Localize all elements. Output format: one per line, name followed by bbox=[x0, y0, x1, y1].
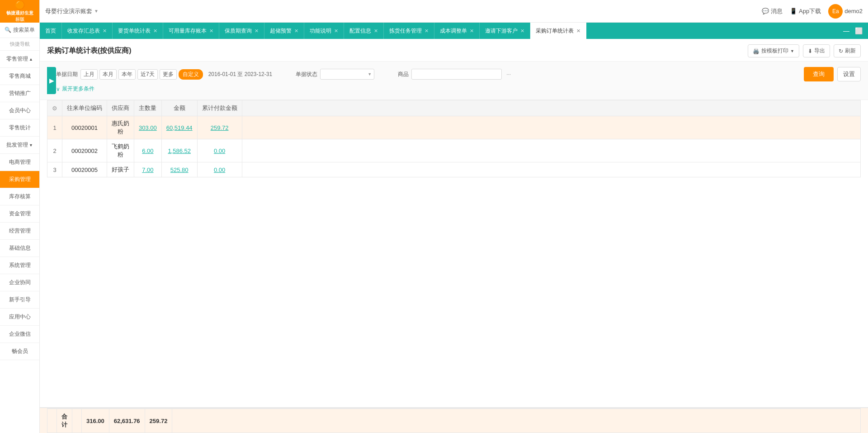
row-1-code: 00020001 bbox=[62, 116, 107, 139]
sidebar-item-retail-mall[interactable]: 零售商城 bbox=[0, 68, 39, 85]
filter-goods-item: 商品 ··· bbox=[398, 69, 513, 80]
message-btn[interactable]: 💬 消息 bbox=[762, 7, 783, 15]
filter-goods-label: 商品 bbox=[398, 71, 409, 78]
tab-receive-send-label: 收发存汇总表 bbox=[67, 27, 100, 35]
filter-status-select[interactable] bbox=[320, 69, 374, 80]
tab-config-info-close[interactable]: ✕ bbox=[374, 28, 378, 34]
sidebar-nav-title[interactable]: 快捷导航 bbox=[0, 38, 39, 51]
date-quick-this-year[interactable]: 本年 bbox=[118, 69, 136, 80]
tab-available-stock-close[interactable]: ✕ bbox=[209, 28, 213, 34]
col-extra bbox=[242, 100, 860, 116]
settings-button[interactable]: 设置 bbox=[837, 67, 861, 81]
sidebar-item-wholesale-mgmt[interactable]: 批发管理 ▼ bbox=[0, 137, 39, 154]
sidebar-item-vip-member-label: 畅会员 bbox=[12, 348, 28, 354]
workspace-selector[interactable]: 母婴行业演示账套 ▼ bbox=[45, 7, 99, 15]
tab-overstock-alert[interactable]: 超储预警 ✕ bbox=[264, 23, 304, 39]
sidebar-item-finance[interactable]: 资金管理 bbox=[0, 205, 39, 223]
sidebar-item-ecom-mgmt[interactable]: 电商管理 bbox=[0, 154, 39, 171]
row-2-qty-link[interactable]: 6.00 bbox=[142, 148, 153, 154]
sidebar-item-inventory[interactable]: 库存核算 bbox=[0, 188, 39, 205]
sidebar-item-retail-stats[interactable]: 零售统计 bbox=[0, 119, 39, 137]
sidebar-item-member-center-label: 会员中心 bbox=[9, 107, 31, 114]
row-3-qty-link[interactable]: 7.00 bbox=[142, 167, 153, 173]
refresh-button[interactable]: ↻ 刷新 bbox=[834, 44, 861, 57]
tab-purchase-stats-close[interactable]: ✕ bbox=[576, 28, 580, 34]
date-quick-more[interactable]: 更多 bbox=[160, 69, 177, 80]
sidebar-item-enterprise-wechat[interactable]: 企业微信 bbox=[0, 326, 39, 343]
row-2-amount-link[interactable]: 1,586.52 bbox=[168, 148, 191, 154]
user-menu[interactable]: Ea demo2 bbox=[828, 4, 863, 19]
sidebar-item-new-guide-label: 新手引导 bbox=[9, 296, 31, 303]
tab-purchase-stats[interactable]: 采购订单统计表 ✕ bbox=[530, 23, 586, 39]
top-bar-left: 母婴行业演示账套 ▼ bbox=[45, 7, 99, 15]
row-2-paid-link[interactable]: 0.00 bbox=[214, 148, 225, 154]
tab-invite-downstream[interactable]: 邀请下游客户 ✕ bbox=[480, 23, 530, 39]
row-1-qty-link[interactable]: 303.00 bbox=[139, 124, 157, 131]
logo-sub: 标版 bbox=[15, 16, 24, 23]
tab-available-stock[interactable]: 可用量库存账本 ✕ bbox=[163, 23, 219, 39]
sidebar-item-retail-stats-label: 零售统计 bbox=[9, 124, 31, 131]
tab-warranty-query-close[interactable]: ✕ bbox=[255, 28, 259, 34]
sidebar-item-purchase-mgmt[interactable]: 采购管理 bbox=[0, 171, 39, 188]
col-qty: 主数量 bbox=[134, 100, 162, 116]
sidebar-item-basic-info[interactable]: 基础信息 bbox=[0, 240, 39, 257]
sidebar-item-new-guide[interactable]: 新手引导 bbox=[0, 291, 39, 309]
row-3-paid-link[interactable]: 0.00 bbox=[214, 167, 225, 173]
summary-table: 合计 316.00 62,631.76 259.72 bbox=[47, 408, 861, 433]
tab-invite-downstream-close[interactable]: ✕ bbox=[520, 28, 524, 34]
tab-cost-adjust-close[interactable]: ✕ bbox=[470, 28, 474, 34]
filter-expand-label: 展开更多条件 bbox=[62, 85, 94, 93]
tab-function-desc[interactable]: 功能说明 ✕ bbox=[304, 23, 344, 39]
sidebar-item-marketing[interactable]: 营销推广 bbox=[0, 85, 39, 102]
tab-picking-task-close[interactable]: ✕ bbox=[425, 28, 429, 34]
row-3-amount: 525.80 bbox=[161, 162, 197, 177]
tab-purchase-stats-label: 采购订单统计表 bbox=[536, 27, 574, 35]
logo-text: 畅捷通好生意 bbox=[6, 10, 33, 16]
tab-function-desc-close[interactable]: ✕ bbox=[334, 28, 338, 34]
tab-config-info[interactable]: 配置信息 ✕ bbox=[344, 23, 384, 39]
print-button[interactable]: 🖨️ 按模板打印 ▼ bbox=[748, 44, 799, 57]
row-3-amount-link[interactable]: 525.80 bbox=[170, 167, 189, 173]
query-button[interactable]: 查询 bbox=[804, 67, 834, 81]
sidebar-item-enterprise-coop-label: 企业协同 bbox=[9, 279, 31, 285]
print-dropdown-icon: ▼ bbox=[790, 49, 794, 53]
date-quick-prev-month[interactable]: 上月 bbox=[80, 69, 98, 80]
row-1-amount-link[interactable]: 60,519.44 bbox=[166, 124, 193, 131]
tab-receive-send-close[interactable]: ✕ bbox=[103, 28, 107, 34]
sidebar-item-sys-mgmt-label: 系统管理 bbox=[9, 262, 31, 268]
row-1-qty: 303.00 bbox=[134, 116, 162, 139]
col-code: 往来单位编码 bbox=[62, 100, 107, 116]
tab-goods-stats[interactable]: 要货单统计表 ✕ bbox=[113, 23, 163, 39]
filter-date-range-item: 2016-01-01 至 2023-12-31 bbox=[208, 71, 272, 78]
tab-minimize-btn[interactable]: — bbox=[841, 27, 851, 34]
app-download-btn[interactable]: 📱 App下载 bbox=[790, 7, 821, 15]
date-quick-custom[interactable]: 自定义 bbox=[179, 69, 203, 80]
tab-picking-task[interactable]: 拣货任务管理 ✕ bbox=[384, 23, 434, 39]
tab-overstock-alert-close[interactable]: ✕ bbox=[294, 28, 298, 34]
sidebar-item-sys-mgmt[interactable]: 系统管理 bbox=[0, 257, 39, 274]
date-quick-this-month[interactable]: 本月 bbox=[99, 69, 117, 80]
sidebar-item-app-center[interactable]: 应用中心 bbox=[0, 309, 39, 326]
row-1-paid-link[interactable]: 259.72 bbox=[211, 124, 229, 131]
tab-receive-send[interactable]: 收发存汇总表 ✕ bbox=[62, 23, 113, 39]
sidebar-item-member-center[interactable]: 会员中心 bbox=[0, 102, 39, 119]
summary-row: 合计 316.00 62,631.76 259.72 bbox=[47, 409, 861, 433]
filter-toggle-button[interactable]: ▶ bbox=[47, 67, 56, 94]
sidebar-item-operations[interactable]: 经营管理 bbox=[0, 223, 39, 240]
date-quick-7days[interactable]: 近7天 bbox=[137, 69, 158, 80]
filter-expand[interactable]: ∨ 展开更多条件 bbox=[56, 85, 861, 93]
sidebar-item-retail-mgmt[interactable]: 零售管理 ▲ bbox=[0, 51, 39, 68]
tab-home[interactable]: 首页 bbox=[40, 23, 62, 39]
sidebar-search[interactable]: 🔍 搜索菜单 bbox=[0, 23, 39, 38]
filter-goods-more-icon[interactable]: ··· bbox=[505, 71, 513, 77]
data-table: ⚙ 往来单位编码 供应商 主数量 金额 累计付款金额 1 bbox=[47, 100, 861, 177]
tab-warranty-query[interactable]: 保质期查询 ✕ bbox=[219, 23, 264, 39]
sidebar-item-enterprise-coop[interactable]: 企业协同 bbox=[0, 274, 39, 291]
table-settings-icon[interactable]: ⚙ bbox=[52, 105, 57, 112]
export-button[interactable]: ⬇ 导出 bbox=[803, 44, 830, 57]
tab-cost-adjust[interactable]: 成本调整单 ✕ bbox=[434, 23, 480, 39]
tab-goods-stats-close[interactable]: ✕ bbox=[153, 28, 157, 34]
tab-maximize-btn[interactable]: ⬜ bbox=[853, 27, 864, 34]
filter-goods-input[interactable] bbox=[411, 69, 502, 80]
sidebar-item-vip-member[interactable]: 畅会员 bbox=[0, 343, 39, 360]
